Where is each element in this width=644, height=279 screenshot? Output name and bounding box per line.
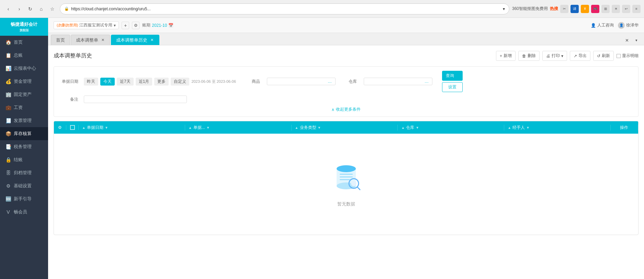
new-button[interactable]: + 新增	[496, 51, 516, 61]
warehouse-filter-select[interactable]: …	[364, 78, 432, 85]
date-btn-1month[interactable]: 近1月	[136, 78, 152, 86]
browser-tools: 360智能抠图免费用 热搜 ✂ 译 ¥ 🎮 ⊞ ☀ ↩ ≡	[512, 5, 641, 13]
th-business-type[interactable]: ▲ 业务类型 ▼	[292, 125, 398, 131]
th-warehouse[interactable]: ▲ 仓库 ▼	[398, 125, 504, 131]
date-btn-yesterday[interactable]: 昨天	[84, 78, 98, 86]
select-all-checkbox[interactable]	[70, 125, 75, 130]
th-number[interactable]: ▲ 单据... ▼	[185, 125, 292, 131]
sidebar-label-close: 结账	[14, 157, 23, 163]
print-button[interactable]: 🖨 打印 ▾	[542, 51, 567, 61]
user-service-button[interactable]: 👤 人工咨询	[591, 22, 614, 28]
sort-up-icon-3: ▲	[295, 126, 298, 130]
tab-home[interactable]: 首页	[51, 35, 70, 45]
tab-cost-adjust-history[interactable]: 成本调整单历史 ✕	[111, 35, 159, 45]
tab-cost-adjust-history-close[interactable]: ✕	[149, 38, 154, 43]
export-button[interactable]: ↗ 导出	[570, 51, 590, 61]
display-checkbox[interactable]	[617, 54, 621, 58]
sidebar-item-funds[interactable]: 💰 资金管理	[0, 75, 48, 88]
translate-ext[interactable]: 译	[570, 5, 579, 13]
sidebar-item-vip[interactable]: V 畅会员	[0, 205, 48, 219]
sidebar-item-ledger[interactable]: 📋 总账	[0, 49, 48, 62]
search-label: 360智能抠图免费用	[512, 6, 548, 12]
sidebar-label-inventory: 库存核算	[14, 131, 32, 137]
tab-cost-adjust[interactable]: 成本调整单 ✕	[71, 35, 110, 45]
menu-ext[interactable]: ≡	[632, 5, 641, 13]
date-btn-today[interactable]: 今天	[100, 78, 115, 86]
query-button[interactable]: 查询	[442, 71, 463, 81]
print-label: 打印	[552, 53, 560, 59]
tab-close-all-button[interactable]: ✕	[622, 35, 632, 45]
undo-ext[interactable]: ↩	[622, 5, 630, 13]
export-label: 导出	[578, 53, 587, 59]
collapse-label: 收起更多条件	[336, 107, 361, 112]
date-btn-7days[interactable]: 近7天	[117, 78, 134, 86]
refresh-button[interactable]: ↺ 刷新	[593, 51, 614, 61]
home-button[interactable]: ⌂	[36, 4, 46, 14]
tab-more-button[interactable]: ▾	[632, 35, 641, 45]
sort-up-icon-5: ▲	[508, 126, 511, 130]
sidebar-item-inventory[interactable]: 📦 库存核算	[0, 127, 48, 140]
brightness-ext[interactable]: ☀	[612, 5, 620, 13]
top-bar-left: (勿删勿禁用) 江西服宝测试专用 ▾ + ⚙ 账期 2021-10 📅	[54, 21, 173, 29]
th-actions: 操作	[611, 125, 638, 131]
back-button[interactable]: ‹	[3, 4, 13, 14]
refresh-button[interactable]: ↻	[25, 4, 35, 14]
page-content: 成本调整单历史 + 新增 🗑 删除 🖨 打印 ▾	[48, 45, 644, 279]
sidebar-item-reports[interactable]: 📊 云报表中心	[0, 62, 48, 75]
sort-down-icon: ▼	[105, 126, 108, 130]
th-date[interactable]: ▲ 单据日期 ▼	[79, 125, 185, 131]
sidebar-item-home[interactable]: 🏠 首页	[0, 36, 48, 49]
date-btn-more[interactable]: 更多	[154, 78, 169, 86]
sidebar-label-ledger: 总账	[14, 52, 23, 58]
user-profile[interactable]: 👤 徐泽华	[618, 22, 639, 29]
coin-ext[interactable]: ¥	[581, 5, 589, 13]
warehouse-dots[interactable]: …	[425, 79, 429, 84]
product-dots[interactable]: …	[328, 79, 332, 84]
th-settings[interactable]: ⚙	[54, 125, 66, 130]
note-filter-input[interactable]	[84, 96, 187, 103]
bookmark-button[interactable]: ☆	[47, 4, 57, 14]
forward-button[interactable]: ›	[14, 4, 24, 14]
filter-settings-button[interactable]: 设置	[442, 82, 463, 92]
empty-text: 暂无数据	[337, 201, 355, 207]
sidebar-item-tax[interactable]: 📑 税务管理	[0, 140, 48, 153]
sort-down-icon-3: ▼	[318, 126, 321, 130]
company-selector[interactable]: (勿删勿禁用) 江西服宝测试专用 ▾	[54, 21, 119, 29]
sidebar-item-archive[interactable]: 🗄 归档管理	[0, 166, 48, 179]
export-icon: ↗	[574, 54, 577, 58]
dropdown-icon: ▾	[503, 7, 505, 11]
sidebar-item-guide[interactable]: 🆕 新手引导	[0, 192, 48, 205]
th-number-label: 单据...	[193, 125, 205, 131]
sidebar-item-fixed-assets[interactable]: 🏢 固定资产	[0, 88, 48, 101]
address-bar[interactable]: 🔒 https://cloud.chanjet.com/accounting/u…	[60, 3, 509, 14]
product-filter-select[interactable]: …	[267, 78, 336, 85]
period-selector[interactable]: 账期 2021-10 📅	[142, 22, 173, 28]
sidebar-item-close[interactable]: 🔒 结账	[0, 153, 48, 166]
sidebar-item-invoice[interactable]: 🧾 发票管理	[0, 114, 48, 127]
th-checkbox[interactable]	[66, 125, 79, 130]
add-company-button[interactable]: +	[122, 22, 129, 29]
refresh-label: 刷新	[602, 53, 610, 59]
display-toggle[interactable]: 显示明细	[617, 53, 639, 59]
sort-down-icon-2: ▼	[206, 126, 210, 130]
date-btn-custom[interactable]: 自定义	[171, 78, 189, 86]
sidebar-item-settings[interactable]: ⚙ 基础设置	[0, 179, 48, 192]
table-header: ⚙ ▲ 单据日期 ▼ ▲ 单据... ▼	[54, 121, 638, 134]
collapse-button[interactable]: ∧ 收起更多条件	[59, 107, 633, 112]
company-settings-button[interactable]: ⚙	[132, 22, 139, 29]
th-operator[interactable]: ▲ 经手人 ▼	[504, 125, 611, 131]
grid-ext[interactable]: ⊞	[601, 5, 610, 13]
hot-label: 热搜	[550, 6, 558, 12]
game-ext[interactable]: 🎮	[591, 5, 599, 13]
sort-up-icon-4: ▲	[401, 126, 405, 130]
date-range-text: 2023-06-06 至 2023-06-06	[191, 79, 236, 84]
query-label: 查询	[446, 73, 454, 79]
inventory-icon: 📦	[5, 131, 11, 136]
svg-point-3	[337, 165, 356, 172]
delete-button[interactable]: 🗑 删除	[518, 51, 540, 61]
sidebar-label-funds: 资金管理	[14, 78, 32, 85]
scissors-ext[interactable]: ✂	[560, 5, 568, 13]
tab-cost-adjust-close[interactable]: ✕	[100, 38, 105, 43]
guide-icon: 🆕	[5, 196, 11, 202]
sidebar-item-payroll[interactable]: 💼 工资	[0, 101, 48, 114]
